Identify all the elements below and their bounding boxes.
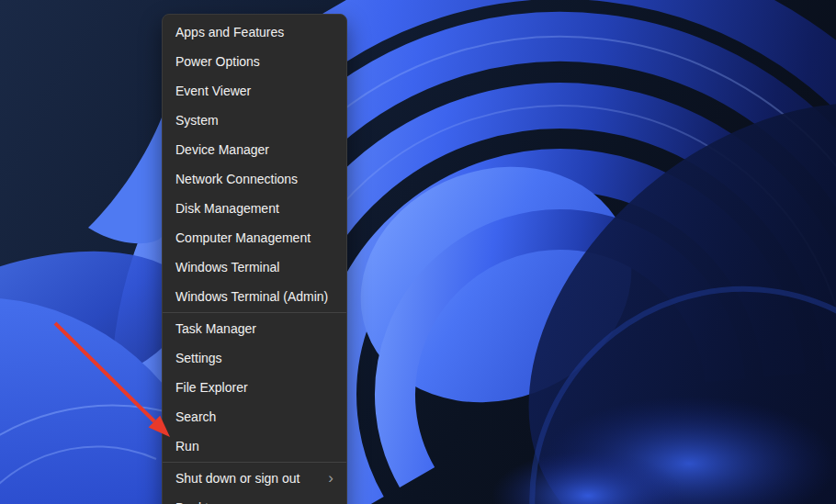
menu-item-file-explorer[interactable]: File Explorer [163, 373, 346, 402]
menu-item-settings[interactable]: Settings [163, 343, 346, 373]
menu-item-event-viewer[interactable]: Event Viewer [163, 76, 346, 106]
menu-item-label: File Explorer [175, 380, 248, 395]
menu-item-shut-down-or-sign-out[interactable]: Shut down or sign out › [163, 464, 346, 493]
menu-item-computer-management[interactable]: Computer Management [163, 223, 346, 252]
chevron-right-icon: › [328, 470, 333, 486]
menu-item-apps-and-features[interactable]: Apps and Features [163, 17, 346, 47]
menu-item-task-manager[interactable]: Task Manager [163, 314, 346, 343]
menu-item-search[interactable]: Search [163, 402, 346, 431]
menu-item-label: System [175, 113, 219, 128]
menu-item-label: Apps and Features [175, 25, 284, 39]
menu-item-system[interactable]: System [163, 106, 346, 135]
menu-item-desktop[interactable]: Desktop [163, 493, 346, 504]
menu-item-label: Run [175, 439, 199, 454]
menu-item-label: Desktop [175, 500, 222, 504]
menu-item-run[interactable]: Run [163, 431, 346, 461]
menu-item-power-options[interactable]: Power Options [163, 47, 346, 76]
menu-item-label: Windows Terminal [175, 260, 279, 274]
menu-item-label: Power Options [175, 54, 260, 69]
menu-item-disk-management[interactable]: Disk Management [163, 194, 346, 223]
menu-item-label: Computer Management [175, 230, 311, 245]
menu-item-windows-terminal-admin[interactable]: Windows Terminal (Admin) [163, 282, 346, 311]
menu-item-label: Disk Management [175, 201, 279, 216]
menu-item-network-connections[interactable]: Network Connections [163, 164, 346, 194]
menu-item-label: Network Connections [175, 172, 298, 186]
menu-separator [163, 462, 346, 463]
menu-item-windows-terminal[interactable]: Windows Terminal [163, 252, 346, 282]
wallpaper[interactable] [0, 0, 836, 504]
menu-item-label: Event Viewer [175, 84, 251, 98]
menu-item-label: Task Manager [175, 321, 256, 336]
menu-item-device-manager[interactable]: Device Manager [163, 135, 346, 164]
menu-item-label: Device Manager [175, 142, 269, 157]
menu-item-label: Shut down or sign out [175, 471, 299, 486]
menu-item-label: Search [175, 409, 216, 424]
menu-separator [163, 312, 346, 313]
winx-context-menu: Apps and Features Power Options Event Vi… [162, 14, 347, 504]
menu-item-label: Settings [175, 351, 222, 365]
menu-item-label: Windows Terminal (Admin) [175, 289, 328, 304]
